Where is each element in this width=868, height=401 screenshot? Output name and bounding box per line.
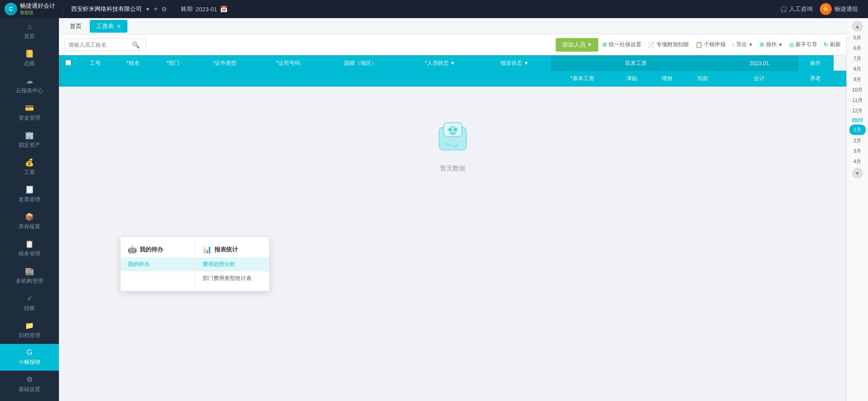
timeline-month-10[interactable]: 10月 (847, 85, 868, 95)
customer-service-label: 人工咨询 (789, 5, 813, 13)
export-action[interactable]: ↑ 导出 ▼ (732, 41, 753, 48)
customer-service-btn[interactable]: 🎧 人工咨询 (780, 5, 813, 13)
sidebar-label-settlement: 结账 (24, 304, 35, 312)
timeline-month-5[interactable]: 5月 (847, 33, 868, 43)
social-security-label: 统一社保设置 (609, 41, 641, 48)
calendar-icon[interactable]: 📅 (220, 5, 228, 13)
sidebar-item-new-guide[interactable]: ▷ 新手引导 (0, 398, 59, 401)
sidebar-item-invoice[interactable]: 🧾 发票管理 (0, 181, 59, 208)
home-icon: ⌂ (27, 23, 32, 31)
th-operations: 操作 (798, 56, 834, 71)
popup-left-col: 🤖 我的待办 我的待办 (121, 237, 195, 291)
timeline-panel: ▲ 5月 6月 7月 8月 9月 10月 11月 12月 2023 1月 2月 (846, 18, 868, 401)
personal-tax-action[interactable]: 📋 个税申报 (695, 41, 726, 48)
status-filter-icon[interactable]: ▼ (450, 60, 455, 66)
logo-text-block: 畅捷通好会计 旗舰版 (20, 2, 55, 16)
period-label: 账期 (181, 5, 193, 13)
toolbar: 🔍 添加人员 ▼ ⚙ 统一社保设置 📄 专项附加扣除 📋 个税申报 (59, 34, 846, 55)
popup-expense-trend[interactable]: 费用趋势分析 (195, 257, 270, 271)
operations-icon: ⚙ (759, 41, 765, 48)
company-selector[interactable]: 西安虾米网络科技有限公司 ▼ + ⚙ (63, 5, 175, 13)
add-company-icon[interactable]: + (154, 5, 158, 13)
sidebar-item-salary[interactable]: 💰 工资 (0, 154, 59, 181)
timeline-month-9[interactable]: 9月 (847, 74, 868, 85)
th-id-type: *证件类型 (193, 56, 256, 71)
search-icon[interactable]: 🔍 (132, 41, 140, 48)
timeline-month-12[interactable]: 12月 (847, 106, 868, 116)
search-input[interactable] (68, 42, 132, 48)
timeline-up-arrow[interactable]: ▲ (852, 21, 863, 32)
timeline-month-4[interactable]: 4月 (847, 156, 868, 167)
top-header: C 畅捷通好会计 旗舰版 西安虾米网络科技有限公司 ▼ + ⚙ 账期 2023-… (0, 0, 868, 18)
timeline-month-2[interactable]: 2月 (847, 135, 868, 146)
timeline-month-6[interactable]: 6月 (847, 43, 868, 53)
settings-icon[interactable]: ⚙ (161, 5, 167, 13)
inventory-icon: 📦 (25, 213, 34, 221)
special-deduction-action[interactable]: 📄 专项附加扣除 (648, 41, 689, 48)
add-employee-button[interactable]: 添加人员 ▼ (556, 38, 598, 52)
sidebar-item-fixed-assets[interactable]: 🏢 固定资产 (0, 126, 59, 154)
sidebar-item-inventory[interactable]: 📦 库存核算 (0, 208, 59, 235)
sidebar-item-xiaochang[interactable]: G 小畅报销 (0, 344, 59, 371)
sidebar-item-archive[interactable]: 📁 归档管理 (0, 317, 59, 344)
sidebar-item-tax[interactable]: 📋 税务管理 (0, 235, 59, 262)
special-deduction-icon: 📄 (648, 41, 655, 48)
refresh-icon: ↻ (824, 41, 829, 48)
logo-icon: C (5, 3, 17, 15)
tab-salary[interactable]: 工资表 ✕ (90, 20, 127, 33)
user-menu[interactable]: 畅 畅捷通组 (820, 3, 858, 15)
period-value: 2023-01 (195, 6, 217, 13)
new-guide-label: 新手引导 (795, 41, 817, 48)
empty-icon (430, 114, 475, 159)
timeline-month-11[interactable]: 11月 (847, 95, 868, 106)
new-guide-action[interactable]: ◎ 新手引导 (789, 41, 817, 48)
sidebar-label-inventory: 库存核算 (19, 223, 40, 231)
th-salary-group: 应发工资 (551, 56, 721, 71)
sidebar-label-fixed-assets: 固定资产 (19, 141, 40, 149)
logo-area: C 畅捷通好会计 旗舰版 (5, 2, 63, 16)
th-pension: 养老 (798, 71, 834, 87)
operations-action[interactable]: ⚙ 操作 ▼ (759, 41, 783, 48)
th-id-number: *证照号码 (257, 56, 320, 71)
report-status-filter-icon[interactable]: ▼ (524, 60, 529, 66)
social-security-action[interactable]: ⚙ 统一社保设置 (602, 41, 641, 48)
timeline-month-3[interactable]: 3月 (847, 146, 868, 156)
tab-home[interactable]: 首页 (63, 20, 88, 33)
refresh-action[interactable]: ↻ 刷新 (824, 41, 841, 48)
popup-dept-expense[interactable]: 部门费用类型统计表 (195, 271, 270, 285)
multi-org-icon: 🏬 (25, 267, 34, 275)
sidebar-item-multi-org[interactable]: 🏬 多机构管理 (0, 262, 59, 290)
sidebar-item-basic-settings[interactable]: ⚙ 基础设置 (0, 371, 59, 398)
timeline-month-8[interactable]: 8月 (847, 64, 868, 74)
popup-my-todo[interactable]: 我的待办 (121, 257, 195, 271)
search-box: 🔍 (64, 39, 146, 51)
headset-icon: 🎧 (780, 6, 787, 13)
timeline-down-arrow[interactable]: ▼ (852, 168, 863, 179)
popup-left-header: 🤖 我的待办 (121, 242, 195, 257)
sidebar-item-fund[interactable]: 💳 资金管理 (0, 99, 59, 126)
th-allowance: 津贴 (614, 71, 650, 87)
timeline-month-7[interactable]: 7月 (847, 53, 868, 64)
personal-tax-label: 个税申报 (704, 41, 726, 48)
popup-left-title: 我的待办 (140, 246, 163, 254)
empty-text: 暂无数据 (440, 164, 466, 173)
timeline-month-1[interactable]: 1月 (849, 125, 866, 135)
user-name: 畅捷通组 (834, 5, 858, 13)
th-deduction: 扣款 (685, 71, 721, 87)
special-deduction-label: 专项附加扣除 (656, 41, 689, 48)
operations-arrow-icon: ▼ (778, 42, 783, 47)
sidebar-label-xiaochang: 小畅报销 (19, 358, 40, 366)
sidebar-item-home[interactable]: ⌂ 首页 (0, 18, 59, 45)
period-selector[interactable]: 账期 2023-01 📅 (175, 5, 234, 13)
company-dropdown-icon[interactable]: ▼ (145, 7, 150, 12)
popup-right-header: 📊 报表统计 (195, 242, 270, 257)
th-checkbox[interactable] (59, 56, 78, 71)
sidebar-item-ledger[interactable]: 📒 总账 (0, 45, 59, 72)
sidebar-item-cloud-report[interactable]: ☁ 云报表中心 (0, 72, 59, 99)
sidebar-item-settlement[interactable]: ✓ 结账 (0, 290, 59, 317)
tab-home-label: 首页 (70, 22, 82, 30)
select-all-checkbox[interactable] (65, 60, 71, 66)
th-report-status: 报送状态 ▼ (478, 56, 551, 71)
todo-header-icon: 🤖 (128, 245, 137, 254)
tab-salary-close[interactable]: ✕ (116, 23, 121, 29)
